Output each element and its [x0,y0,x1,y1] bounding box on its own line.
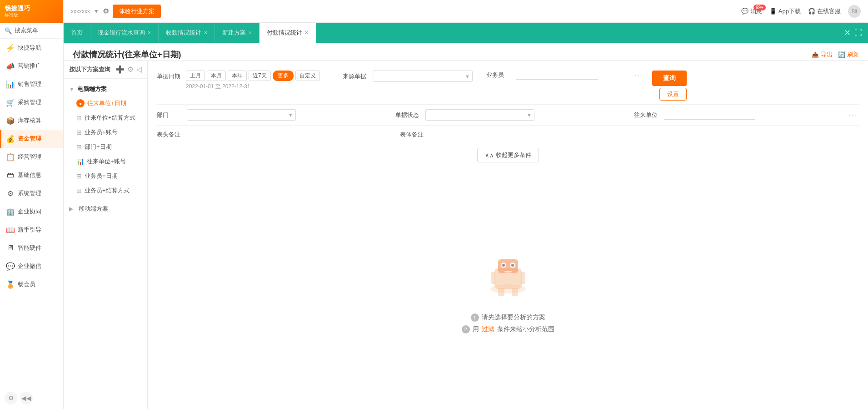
online-service-btn[interactable]: 🎧 在线客服 [808,7,841,15]
app-download-icon: 📱 [769,8,777,15]
tab-new-scheme-close[interactable]: × [249,30,252,36]
hardware-icon: 🖥 [6,243,15,252]
scheme-active-dot: ● [76,99,85,107]
sidebar-item-label: 经营管理 [18,153,41,161]
tabbar-spacer [316,23,838,43]
scheme-item-counterpart-settlement[interactable]: ⊞ 往来单位+结算方式 [64,111,147,125]
desktop-scheme-group-header[interactable]: ▼ 电脑端方案 [64,82,147,96]
main-content: 单据日期 上月 本月 本年 近7天 更多 自定义 20 [148,61,868,409]
scheme-item-salesperson-settlement[interactable]: ⊞ 业务员+结算方式 [64,183,147,198]
tip-num-2: 2 [462,325,470,333]
date-range-text: 2022-01-01 至 2022-12-31 [186,83,320,91]
refresh-btn[interactable]: 🔄 刷新 [838,50,859,59]
salesperson-label: 业务员 [486,71,514,79]
scheme-item-salesperson-account[interactable]: ⊞ 业务员+账号 [64,125,147,140]
date-btn-last-month[interactable]: 上月 [186,71,205,81]
settings-footer-btn[interactable]: ⚙ [5,392,17,404]
topbar-gear-icon[interactable]: ⚙ [103,7,109,15]
wechat-icon: 💬 [6,262,15,271]
sidebar-item-operation[interactable]: 📋 经营管理 [0,148,63,166]
sidebar-item-wechat[interactable]: 💬 企业微信 [0,257,63,275]
sidebar-item-label: 营销推广 [18,62,41,70]
sidebar-item-inventory[interactable]: 📦 库存核算 [0,111,63,130]
sidebar-item-enterprise[interactable]: 🏢 企业协同 [0,202,63,221]
scheme-item-salesperson-date[interactable]: ⊞ 业务员+日期 [64,169,147,183]
export-btn[interactable]: 📤 导出 [812,50,833,59]
body-note-input[interactable] [430,130,539,139]
tab-bank-flow[interactable]: 现金银行流水查询 × [90,23,159,43]
header-note-input[interactable] [187,130,296,139]
voucher-status-select[interactable] [425,109,534,121]
settings-btn[interactable]: 设置 [659,88,687,101]
tab-home[interactable]: 首页 [64,23,90,43]
source-select[interactable] [373,71,473,82]
topbar-arrow-icon: ▼ [94,8,99,15]
user-avatar[interactable]: Rit [848,5,861,18]
scheme-item-dept-date[interactable]: ⊞ 部门+日期 [64,140,147,154]
sidebar: 畅捷通巧 标准版 🔍 搜索菜单 ⚡ 快捷导航 📣 营销推广 📊 销售管理 🛒 采… [0,0,64,409]
body-area: 按以下方案查询 ➕ ⚙ ◁ ▼ 电脑端方案 ● 往来单位+日期 ⊞ [64,61,868,409]
tab-collection-close[interactable]: × [204,30,207,36]
scheme-item-counterpart-account[interactable]: 📊 往来单位+账号 [64,154,147,169]
sidebar-item-label: 系统管理 [18,189,41,197]
message-badge: 99+ [753,5,766,10]
trial-btn[interactable]: 体验行业方案 [113,5,161,18]
mobile-scheme-group-label: 移动端方案 [79,205,108,213]
sidebar-item-label: 资金管理 [18,135,41,143]
query-btn[interactable]: 查询 [652,71,687,86]
collapse-more-btn[interactable]: ∧∧ 收起更多条件 [477,148,539,162]
empty-tip-2-suffix: 条件来缩小分析范围 [497,325,554,333]
sidebar-item-label: 企业微信 [18,262,41,270]
scheme-item-label: 往来单位+日期 [87,99,126,107]
tab-close-all-btn[interactable]: ✕ [844,28,851,38]
dept-select[interactable] [187,109,296,121]
tab-collection[interactable]: 收款情况统计 × [159,23,215,43]
tab-bank-flow-close[interactable]: × [148,30,151,36]
sidebar-item-member[interactable]: 🏅 畅会员 [0,275,63,293]
salesperson-input[interactable] [516,71,598,80]
tab-fullscreen-btn[interactable]: ⛶ [854,28,863,38]
mobile-scheme-group[interactable]: ▶ 移动端方案 [64,202,147,216]
date-btn-this-month[interactable]: 本月 [207,71,226,81]
counterpart-more-btn[interactable]: ··· [847,111,859,119]
date-btn-this-year[interactable]: 本年 [228,71,247,81]
date-btn-7days[interactable]: 近7天 [249,71,271,81]
counterpart-input[interactable] [664,111,755,120]
salesperson-more-btn[interactable]: ··· [633,71,645,79]
sidebar-search[interactable]: 🔍 搜索菜单 [0,23,63,39]
basic-icon: 🗃 [6,171,15,180]
dept-label: 部门 [157,111,184,119]
scheme-panel-header: 按以下方案查询 ➕ ⚙ ◁ [64,61,147,79]
tab-payment-stat-close[interactable]: × [305,30,308,36]
svg-rect-10 [498,288,504,296]
scheme-item-counterpart-date[interactable]: ● 往来单位+日期 [64,96,147,111]
empty-tip-2: 2 用 过滤 条件来缩小分析范围 [462,325,554,333]
sidebar-item-basic[interactable]: 🗃 基础信息 [0,166,63,184]
date-btn-custom[interactable]: 自定义 [295,71,320,81]
tab-new-scheme[interactable]: 新建方案 × [215,23,259,43]
tip-num-1: 1 [471,313,479,322]
tab-payment-stat-label: 付款情况统计 [267,29,302,37]
sidebar-item-purchase[interactable]: 🛒 采购管理 [0,93,63,111]
app-download-btn[interactable]: 📱 App下载 [769,7,801,15]
collapse-sidebar-btn[interactable]: ◀◀ [20,392,33,404]
service-icon: 🎧 [808,8,815,15]
empty-tip-2-link[interactable]: 过滤 [482,325,494,333]
sidebar-item-system[interactable]: ⚙ 系统管理 [0,184,63,202]
operation-icon: 📋 [6,152,15,162]
sidebar-item-finance[interactable]: 💰 资金管理 [0,130,63,148]
sidebar-item-quick-nav[interactable]: ⚡ 快捷导航 [0,39,63,57]
scheme-grid-icon: ⊞ [76,129,82,136]
sidebar-item-hardware[interactable]: 🖥 智能硬件 [0,239,63,257]
scheme-collapse-icon[interactable]: ◁ [136,65,142,74]
sidebar-item-guide[interactable]: 📖 新手引导 [0,221,63,239]
message-btn[interactable]: 💬 消息 99+ [741,7,762,15]
sidebar-item-label: 快捷导航 [18,44,41,52]
scheme-settings-icon[interactable]: ⚙ [127,65,134,74]
sidebar-item-marketing[interactable]: 📣 营销推广 [0,57,63,75]
tab-payment-stat[interactable]: 付款情况统计 × [259,23,316,43]
sidebar-item-sales[interactable]: 📊 销售管理 [0,75,63,93]
scheme-add-icon[interactable]: ➕ [115,65,125,74]
export-icon: 📤 [812,51,819,58]
date-btn-more[interactable]: 更多 [273,71,294,81]
